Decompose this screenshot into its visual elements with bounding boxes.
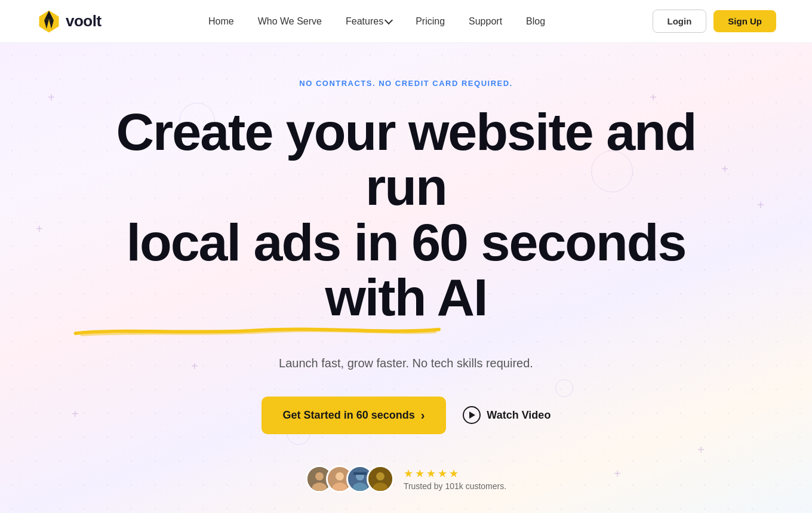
svg-point-8 <box>336 472 344 480</box>
svg-point-5 <box>315 472 324 480</box>
hero-badge: NO CONTRACTS. NO CREDIT CARD REQUIRED. <box>299 79 512 88</box>
star-rating: ★ ★ ★ ★ ★ <box>404 467 506 480</box>
svg-point-15 <box>376 472 385 480</box>
deco-plus-9: + <box>757 198 764 212</box>
hero-title-line2: local ads in 60 seconds with AI <box>126 213 685 327</box>
logo-icon <box>36 8 62 35</box>
logo-text: voolt <box>66 12 102 30</box>
deco-plus-5: + <box>72 407 79 421</box>
get-started-button[interactable]: Get Started in 60 seconds › <box>262 397 447 434</box>
svg-rect-13 <box>353 472 367 474</box>
star-2: ★ <box>415 467 425 480</box>
hero-title-line2-wrapper: local ads in 60 seconds with AI <box>78 215 734 325</box>
star-1: ★ <box>404 467 413 480</box>
watch-video-button[interactable]: Watch Video <box>463 406 550 424</box>
features-chevron-icon <box>385 16 393 24</box>
deco-circle-4 <box>555 379 573 397</box>
login-button[interactable]: Login <box>653 10 707 33</box>
arrow-icon: › <box>421 408 425 422</box>
nav-actions: Login Sign Up <box>653 10 777 33</box>
hero-cta: Get Started in 60 seconds › Watch Video <box>262 397 551 434</box>
nav-home[interactable]: Home <box>208 16 234 26</box>
star-5: ★ <box>449 467 459 480</box>
hero-title-line1: Create your website and run <box>116 102 696 216</box>
deco-plus-1: + <box>48 91 55 105</box>
navbar: voolt Home Who We Serve Features Pricing… <box>0 0 812 43</box>
avatar-4-image <box>368 467 392 491</box>
nav-features[interactable]: Features <box>346 16 392 27</box>
nav-blog[interactable]: Blog <box>526 16 545 26</box>
logo[interactable]: voolt <box>36 8 102 35</box>
signup-button[interactable]: Sign Up <box>713 10 776 32</box>
play-triangle-icon <box>469 411 475 419</box>
hero-section: + + + + + + + + + + NO CONTRACTS. NO CRE… <box>0 43 812 513</box>
hero-title: Create your website and run local ads in… <box>78 105 734 325</box>
avatar-4 <box>367 465 394 493</box>
trusted-text: Trusted by 101k customers. <box>404 481 506 491</box>
nav-pricing[interactable]: Pricing <box>416 16 445 26</box>
deco-plus-6: + <box>697 443 705 457</box>
hero-underline-svg <box>72 325 443 336</box>
nav-links: Home Who We Serve Features Pricing Suppo… <box>208 16 545 27</box>
social-proof: ★ ★ ★ ★ ★ Trusted by 101k customers. <box>306 465 506 493</box>
deco-plus-8: + <box>36 222 43 236</box>
deco-plus-7: + <box>191 360 198 373</box>
nav-support[interactable]: Support <box>469 16 502 26</box>
hero-subtitle: Launch fast, grow faster. No tech skills… <box>279 357 533 370</box>
star-3: ★ <box>426 467 436 480</box>
proof-text: ★ ★ ★ ★ ★ Trusted by 101k customers. <box>404 467 506 491</box>
avatar-group <box>306 465 394 493</box>
nav-who-we-serve[interactable]: Who We Serve <box>258 16 322 26</box>
deco-plus-10: + <box>614 467 621 481</box>
star-4: ★ <box>438 467 447 480</box>
play-icon <box>463 406 481 424</box>
